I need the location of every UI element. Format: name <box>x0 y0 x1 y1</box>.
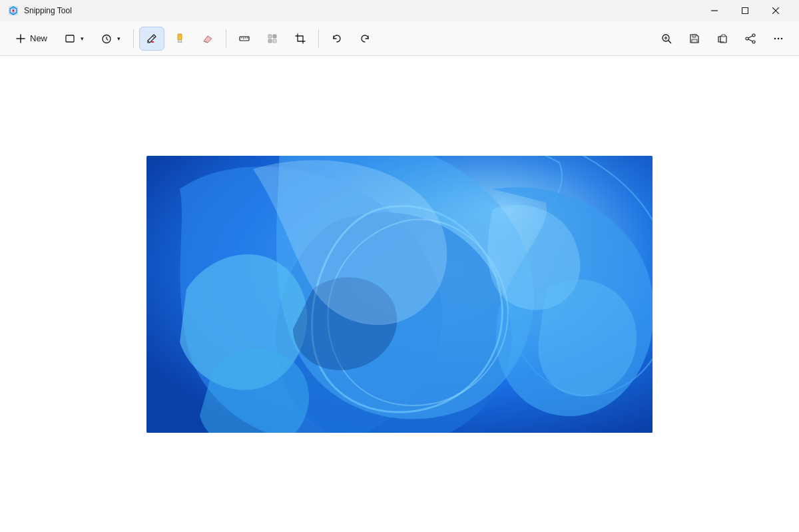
redo-button[interactable] <box>352 27 378 51</box>
pixelate-button[interactable] <box>260 27 285 51</box>
pen-tool-button[interactable] <box>139 27 164 51</box>
app-title: Snipping Tool <box>24 6 699 15</box>
screenshot-container <box>146 156 653 433</box>
svg-rect-2 <box>742 8 748 14</box>
separator-2 <box>226 29 226 48</box>
svg-point-17 <box>746 37 748 40</box>
svg-rect-14 <box>692 39 697 43</box>
svg-rect-11 <box>273 39 276 43</box>
svg-point-20 <box>774 37 776 39</box>
maximize-button[interactable] <box>730 0 760 21</box>
screenshot-image <box>146 156 653 433</box>
more-icon <box>773 33 784 44</box>
ruler-icon <box>239 33 250 44</box>
svg-point-1 <box>13 10 15 12</box>
zoom-in-button[interactable] <box>654 27 679 51</box>
canvas-area <box>0 56 799 532</box>
svg-rect-8 <box>268 35 272 38</box>
minimize-button[interactable] <box>699 0 730 21</box>
svg-rect-3 <box>66 35 74 42</box>
toolbar: New ▾ ▾ <box>0 21 799 56</box>
svg-rect-16 <box>722 35 725 37</box>
eraser-icon <box>202 33 213 44</box>
undo-icon <box>332 33 342 44</box>
svg-point-21 <box>778 37 780 39</box>
pen-icon <box>146 33 157 44</box>
svg-rect-9 <box>273 35 276 38</box>
crop-button[interactable] <box>288 27 313 51</box>
highlighter-icon <box>174 33 185 44</box>
svg-point-18 <box>752 34 755 37</box>
zoom-in-icon <box>661 33 672 44</box>
more-options-button[interactable] <box>766 27 791 51</box>
svg-point-22 <box>781 37 783 39</box>
svg-rect-6 <box>178 35 182 37</box>
redo-icon <box>360 33 370 44</box>
app-icon <box>8 5 19 16</box>
pixelate-icon <box>267 33 278 44</box>
svg-rect-10 <box>268 39 272 43</box>
wallpaper-canvas <box>146 156 653 433</box>
share-button[interactable] <box>738 27 763 51</box>
copy-button[interactable] <box>710 27 735 51</box>
separator-3 <box>318 29 319 48</box>
ruler-button[interactable] <box>232 27 257 51</box>
svg-rect-5 <box>178 34 182 40</box>
save-button[interactable] <box>682 27 707 51</box>
delay-button[interactable]: ▾ <box>94 27 128 51</box>
delay-chevron: ▾ <box>117 35 121 42</box>
highlighter-tool-button[interactable] <box>167 27 192 51</box>
undo-button[interactable] <box>324 27 350 51</box>
save-icon <box>689 33 700 44</box>
close-button[interactable] <box>760 0 791 21</box>
separator-1 <box>133 29 134 48</box>
svg-point-19 <box>752 41 755 43</box>
svg-rect-13 <box>692 35 696 37</box>
new-button[interactable]: New <box>8 27 55 51</box>
clipboard-icon <box>717 33 728 44</box>
window-controls <box>699 0 791 21</box>
title-bar: Snipping Tool <box>0 0 799 21</box>
clock-icon <box>101 33 112 44</box>
share-icon <box>745 33 756 44</box>
mode-chevron: ▾ <box>81 35 84 42</box>
plus-icon <box>15 33 26 44</box>
eraser-tool-button[interactable] <box>195 27 220 51</box>
snip-mode-button[interactable]: ▾ <box>57 27 91 51</box>
crop-icon <box>295 33 306 44</box>
rectangle-icon <box>65 33 75 44</box>
